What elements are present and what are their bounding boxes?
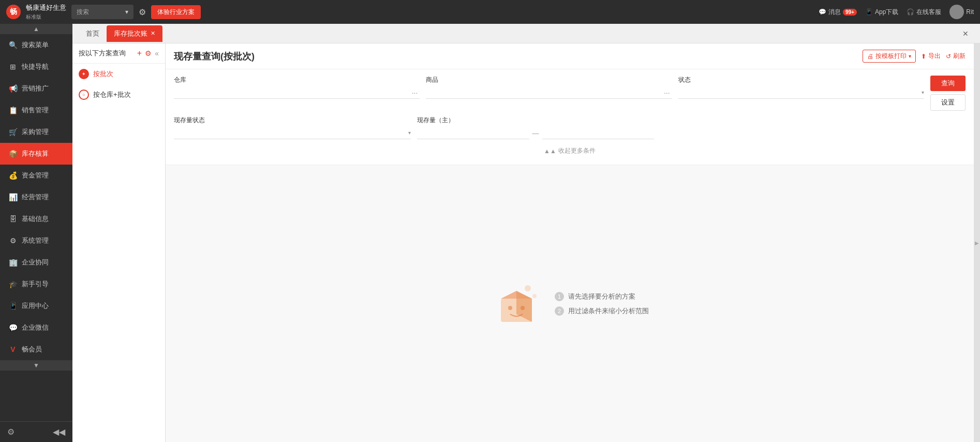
try-industry-button[interactable]: 体验行业方案 bbox=[151, 5, 201, 19]
sidebar-quick-nav-label: 快捷导航 bbox=[22, 62, 49, 71]
sidebar-item-marketing[interactable]: 📢 营销推广 bbox=[0, 78, 72, 99]
stock-status-input-wrapper: ▾ bbox=[174, 127, 411, 139]
sidebar-scroll-up[interactable]: ▲ bbox=[0, 24, 72, 34]
sidebar-item-guide[interactable]: 🎓 新手引导 bbox=[0, 273, 72, 295]
tab-home[interactable]: 首页 bbox=[79, 25, 107, 42]
print-icon: 🖨 bbox=[867, 53, 873, 60]
warehouse-dots-icon[interactable]: ··· bbox=[410, 89, 420, 97]
gear-icon[interactable]: ⚙ bbox=[139, 7, 146, 17]
sidebar-item-search[interactable]: 🔍 搜索菜单 bbox=[0, 34, 72, 56]
right-content: 现存量查询(按批次) 🖨 按模板打印 ▾ ⬆ 导出 ↺ bbox=[166, 43, 974, 442]
search-icon: 🔍 bbox=[8, 40, 18, 50]
refresh-button[interactable]: ↺ 刷新 bbox=[946, 52, 966, 61]
svg-point-5 bbox=[525, 285, 531, 291]
tip-1-num: 1 bbox=[555, 292, 564, 301]
empty-state-content: 1 请先选择要分析的方案 2 用过滤条件来缩小分析范围 bbox=[491, 278, 649, 330]
sidebar-marketing-label: 营销推广 bbox=[22, 84, 49, 93]
print-button[interactable]: 🖨 按模板打印 ▾ bbox=[863, 50, 916, 63]
sales-icon: 📋 bbox=[8, 106, 18, 115]
sidebar-item-system[interactable]: ⚙ 系统管理 bbox=[0, 230, 72, 252]
operations-icon: 📊 bbox=[8, 193, 18, 202]
product-input[interactable] bbox=[426, 86, 662, 98]
tab-bar-close-icon[interactable]: ✕ bbox=[962, 30, 969, 38]
search-text: 搜索 bbox=[77, 8, 89, 17]
sidebar-item-apps[interactable]: 📱 应用中心 bbox=[0, 295, 72, 317]
stock-status-label: 现存量状态 bbox=[174, 116, 411, 125]
sidebar-item-purchase[interactable]: 🛒 采购管理 bbox=[0, 121, 72, 143]
export-icon: ⬆ bbox=[921, 53, 926, 60]
sidebar-item-wechat[interactable]: 💬 企业微信 bbox=[0, 317, 72, 338]
status-input[interactable] bbox=[678, 86, 922, 98]
app-download-button[interactable]: 📱 App下载 bbox=[865, 8, 898, 17]
top-search-bar[interactable]: 搜索 ▾ bbox=[71, 5, 133, 19]
tab-batch-account[interactable]: 库存批次账 ✕ bbox=[107, 25, 162, 42]
settings-button[interactable]: 设置 bbox=[930, 94, 966, 111]
messages-button[interactable]: 💬 消息 99+ bbox=[819, 8, 857, 17]
guide-icon: 🎓 bbox=[8, 279, 18, 289]
warehouse-input[interactable] bbox=[174, 86, 410, 98]
scheme-item-batch[interactable]: ✦ 按批次 bbox=[72, 64, 165, 84]
page-content: 按以下方案查询 + ⚙ « ✦ 按批次 ○ bbox=[72, 43, 980, 442]
stock-status-dropdown-icon[interactable]: ▾ bbox=[408, 130, 411, 136]
inventory-icon: 📦 bbox=[8, 149, 18, 158]
status-dropdown-icon[interactable]: ▾ bbox=[922, 90, 924, 95]
purchase-icon: 🛒 bbox=[8, 127, 18, 137]
sidebar-fold-icon[interactable]: ◀◀ bbox=[53, 427, 65, 437]
add-scheme-icon[interactable]: + bbox=[137, 49, 142, 58]
content-area: 首页 库存批次账 ✕ ✕ 按以下方案查询 + ⚙ « bbox=[72, 24, 980, 442]
sidebar-member-label: 畅会员 bbox=[22, 345, 42, 354]
system-icon: ⚙ bbox=[8, 236, 18, 245]
stock-qty-min-wrapper bbox=[417, 127, 529, 139]
brand-name: 畅康通好生意 bbox=[26, 3, 66, 12]
brand-version: 标准版 bbox=[26, 13, 66, 21]
query-button[interactable]: 查询 bbox=[930, 76, 966, 91]
wechat-icon: 💬 bbox=[8, 323, 18, 332]
sidebar-item-operations[interactable]: 📊 经营管理 bbox=[0, 186, 72, 208]
brand-info: 畅康通好生意 标准版 bbox=[26, 3, 66, 21]
range-separator: — bbox=[532, 129, 539, 137]
product-input-wrapper: ··· bbox=[426, 86, 672, 99]
status-input-wrapper: ▾ bbox=[678, 86, 924, 99]
sidebar-operations-label: 经营管理 bbox=[22, 193, 49, 202]
collapse-panel-icon[interactable]: « bbox=[155, 49, 159, 57]
sidebar-item-enterprise[interactable]: 🏢 企业协同 bbox=[0, 252, 72, 273]
left-panel-title: 按以下方案查询 bbox=[79, 49, 126, 58]
page-header-actions: 🖨 按模板打印 ▾ ⬆ 导出 ↺ 刷新 bbox=[863, 50, 966, 63]
empty-illustration bbox=[491, 278, 542, 330]
scheme-settings-icon[interactable]: ⚙ bbox=[145, 49, 152, 57]
left-panel-actions: + ⚙ « bbox=[137, 49, 159, 58]
export-button[interactable]: ⬆ 导出 bbox=[921, 52, 941, 61]
filter-section: 仓库 ··· 商品 ··· bbox=[166, 69, 974, 165]
user-profile-button[interactable]: Rit bbox=[949, 5, 974, 19]
sidebar-item-basic[interactable]: 🗄 基础信息 bbox=[0, 208, 72, 230]
tab-close-icon[interactable]: ✕ bbox=[151, 30, 155, 37]
stock-status-input[interactable] bbox=[174, 127, 408, 139]
online-service-button[interactable]: 🎧 在线客服 bbox=[907, 8, 941, 17]
collapse-filter-button[interactable]: ▲▲ 收起更多条件 bbox=[174, 143, 966, 158]
right-edge-handle[interactable]: ▶ bbox=[974, 43, 980, 442]
sidebar-apps-label: 应用中心 bbox=[22, 301, 49, 311]
left-panel: 按以下方案查询 + ⚙ « ✦ 按批次 ○ bbox=[72, 43, 166, 442]
scheme-item-warehouse-batch[interactable]: ○ 按仓库+批次 bbox=[72, 84, 165, 105]
sidebar-item-sales[interactable]: 📋 销售管理 bbox=[0, 99, 72, 121]
quick-nav-icon: ⊞ bbox=[8, 62, 18, 71]
sidebar-bottom: ⚙ ◀◀ bbox=[0, 421, 72, 442]
stock-qty-max-wrapper bbox=[542, 127, 655, 139]
basic-icon: 🗄 bbox=[8, 214, 18, 224]
message-badge: 99+ bbox=[843, 9, 857, 16]
sidebar-item-quick-nav[interactable]: ⊞ 快捷导航 bbox=[0, 56, 72, 78]
scheme-batch-label: 按批次 bbox=[93, 69, 113, 79]
sidebar-item-member[interactable]: V 畅会员 bbox=[0, 338, 72, 360]
print-chevron-icon: ▾ bbox=[909, 53, 911, 59]
main-layout: ▲ 🔍 搜索菜单 ⊞ 快捷导航 📢 营销推广 📋 销售管理 🛒 采购管理 📦 库… bbox=[0, 24, 980, 442]
tab-bar: 首页 库存批次账 ✕ ✕ bbox=[72, 24, 980, 43]
sidebar-item-inventory[interactable]: 📦 库存核算 bbox=[0, 143, 72, 165]
sidebar-item-finance[interactable]: 💰 资金管理 bbox=[0, 165, 72, 186]
empty-tips: 1 请先选择要分析的方案 2 用过滤条件来缩小分析范围 bbox=[555, 292, 649, 316]
stock-qty-max-input[interactable] bbox=[542, 127, 655, 139]
sidebar-scroll-down[interactable]: ▼ bbox=[0, 360, 72, 371]
header-left: 畅 畅康通好生意 标准版 搜索 ▾ ⚙ 体验行业方案 bbox=[6, 3, 201, 21]
sidebar-settings-icon[interactable]: ⚙ bbox=[7, 427, 14, 437]
stock-qty-min-input[interactable] bbox=[417, 127, 529, 139]
product-dots-icon[interactable]: ··· bbox=[662, 89, 672, 97]
